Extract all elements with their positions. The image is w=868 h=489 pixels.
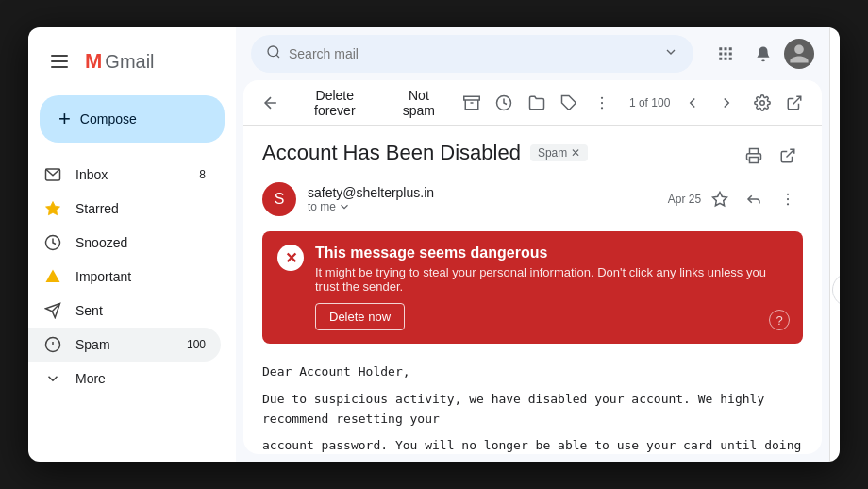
sender-actions: Apr 25 <box>668 184 803 214</box>
sender-email-text: safety@shelterplus.in <box>308 185 434 200</box>
more-email-options-button[interactable] <box>773 184 803 214</box>
apps-icon-button[interactable] <box>709 37 743 71</box>
more-label: More <box>75 371 206 386</box>
topbar-icons <box>709 37 814 71</box>
email-view: Delete forever Not spam <box>243 80 822 454</box>
spam-badge-text: Spam <box>538 146 567 160</box>
archive-icon-button[interactable] <box>459 88 484 118</box>
pagination-arrows <box>677 88 742 118</box>
star-email-button[interactable] <box>705 184 735 214</box>
snooze-icon-button[interactable] <box>492 88 516 118</box>
svg-point-27 <box>601 107 603 109</box>
next-email-button[interactable] <box>711 88 742 118</box>
hamburger-menu-icon[interactable] <box>43 47 75 76</box>
not-spam-label: Not spam <box>395 88 442 118</box>
email-settings-icon-button[interactable] <box>749 88 774 118</box>
sender-row: S safety@shelterplus.in to me Apr 25 <box>243 178 822 224</box>
svg-line-29 <box>793 96 800 104</box>
svg-rect-12 <box>725 47 727 50</box>
sender-info: safety@shelterplus.in to me <box>308 185 657 213</box>
inbox-count: 8 <box>199 168 206 181</box>
main-content: Delete forever Not spam <box>236 27 829 462</box>
svg-rect-14 <box>719 53 722 56</box>
spam-label-badge: Spam ✕ <box>530 144 588 161</box>
svg-point-28 <box>760 100 764 105</box>
spam-count: 100 <box>187 338 206 351</box>
sidebar-item-spam[interactable]: Spam 100 <box>28 328 221 362</box>
svg-rect-17 <box>719 58 722 60</box>
right-panel: + <box>829 27 840 462</box>
search-input[interactable] <box>289 46 656 61</box>
svg-point-34 <box>787 198 789 200</box>
compose-plus-icon: + <box>58 109 71 129</box>
more-options-icon-button[interactable] <box>589 88 613 118</box>
compose-label: Compose <box>80 111 137 126</box>
svg-point-26 <box>601 101 603 103</box>
delete-forever-label: Delete forever <box>300 88 369 118</box>
sidebar-item-inbox[interactable]: Inbox 8 <box>28 158 221 192</box>
open-in-new-icon-button[interactable] <box>782 88 807 118</box>
sidebar-item-important[interactable]: Important <box>28 260 221 294</box>
svg-line-31 <box>787 149 794 157</box>
remove-spam-badge-button[interactable]: ✕ <box>571 146 580 160</box>
gmail-wordmark: Gmail <box>105 51 154 73</box>
sender-to-row[interactable]: to me <box>308 200 657 213</box>
important-icon <box>43 267 62 286</box>
warning-description: It might be trying to steal your persona… <box>315 265 788 294</box>
pagination-info: 1 of 100 <box>629 96 670 110</box>
print-email-button[interactable] <box>739 141 769 171</box>
email-toolbar: Delete forever Not spam <box>243 80 822 126</box>
right-panel-contacts-button[interactable] <box>830 175 840 212</box>
reply-quick-button[interactable] <box>739 184 769 214</box>
warning-title: This message seems dangerous <box>315 244 788 261</box>
warning-content: This message seems dangerous It might be… <box>315 244 788 330</box>
search-bar[interactable] <box>251 35 693 73</box>
sender-avatar: S <box>262 182 296 216</box>
svg-marker-1 <box>46 202 60 215</box>
sidebar-item-sent[interactable]: Sent <box>28 294 221 328</box>
inbox-label: Inbox <box>75 167 186 182</box>
right-panel-keep-button[interactable] <box>830 220 840 258</box>
avatar[interactable] <box>784 39 814 69</box>
email-paragraph2: account password. You will no longer be … <box>262 436 803 454</box>
label-icon-button[interactable] <box>557 88 581 118</box>
spam-label: Spam <box>75 337 174 352</box>
search-dropdown-icon[interactable] <box>663 44 678 63</box>
starred-label: Starred <box>75 201 206 216</box>
email-header-icons <box>739 141 803 171</box>
gmail-m-letter: M <box>85 49 101 74</box>
delete-now-button[interactable]: Delete now <box>315 303 405 330</box>
inbox-icon <box>43 165 62 184</box>
sidebar-header: M Gmail <box>28 35 236 88</box>
email-subject-area: Account Has Been Disabled Spam ✕ <box>262 141 727 165</box>
move-to-folder-icon-button[interactable] <box>525 88 549 118</box>
sidebar-nav: Inbox 8 Starred Snoozed Important <box>28 158 236 396</box>
warning-banner: ✕ This message seems dangerous It might … <box>262 231 803 344</box>
more-nav-icon <box>43 369 62 388</box>
snoozed-icon <box>43 233 62 252</box>
svg-marker-32 <box>713 193 727 206</box>
right-panel-calendar-button[interactable] <box>830 84 840 122</box>
right-panel-add-button[interactable]: + <box>832 273 840 307</box>
back-button[interactable] <box>259 88 283 118</box>
compose-button[interactable]: + Compose <box>40 95 225 143</box>
delete-forever-button[interactable]: Delete forever <box>291 82 378 124</box>
open-in-new-email-button[interactable] <box>773 141 803 171</box>
svg-rect-15 <box>725 53 727 56</box>
not-spam-button[interactable]: Not spam <box>386 82 452 124</box>
prev-email-button[interactable] <box>677 88 708 118</box>
sidebar-item-starred[interactable]: Starred <box>28 192 221 226</box>
right-panel-tasks-button[interactable] <box>830 129 840 167</box>
email-subject: Account Has Been Disabled <box>262 141 521 165</box>
notifications-icon-button[interactable] <box>746 37 780 71</box>
sent-icon <box>43 301 62 320</box>
svg-point-35 <box>787 203 789 205</box>
svg-line-10 <box>276 55 279 58</box>
sidebar-item-more[interactable]: More <box>28 362 221 396</box>
svg-rect-13 <box>729 47 732 50</box>
sender-name: safety@shelterplus.in <box>308 185 657 200</box>
sidebar-item-snoozed[interactable]: Snoozed <box>28 226 221 260</box>
svg-rect-16 <box>729 53 732 56</box>
svg-rect-19 <box>729 58 732 60</box>
snoozed-label: Snoozed <box>75 235 206 250</box>
